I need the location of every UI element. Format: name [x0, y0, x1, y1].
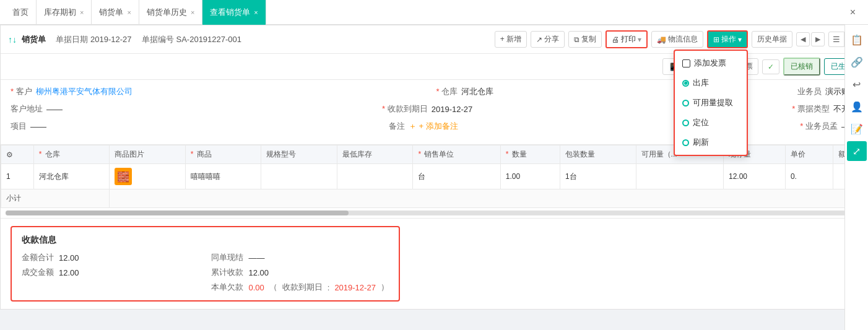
sidebar-icon-return[interactable]: ↩ [847, 74, 867, 94]
payment-due-value: 2019-12-27 [432, 105, 473, 114]
dropdown-outbound[interactable]: 出库 [675, 73, 747, 93]
tab-sales-history[interactable]: 销货单历史 × [139, 0, 202, 25]
sidebar-icon-expand[interactable]: ⤢ [847, 141, 867, 161]
sidebar-icon-clipboard[interactable]: 📋 [847, 30, 867, 50]
notes-label: 备注 [389, 121, 405, 132]
doc-date-label: 单据日期 [56, 34, 88, 45]
outbound-radio-icon [682, 80, 689, 87]
tab-check-sales-label: 查看销货单 [210, 7, 250, 18]
new-button[interactable]: + 新增 [495, 31, 527, 48]
tab-sales-order-label: 销货单 [99, 7, 123, 18]
col-sales-unit: * 销售单位 [413, 145, 500, 164]
refresh-label: 刷新 [693, 137, 709, 148]
address-label: 客户地址 [11, 103, 43, 115]
prev-arrow[interactable]: ◀ [796, 32, 810, 46]
tab-sales-history-label: 销货单历史 [147, 7, 187, 18]
ops-dropdown-wrapper: ⊞ 操作 ▾ 添加发票 [707, 30, 748, 48]
list-view-btn[interactable]: ☰ [828, 32, 844, 47]
sidebar-icon-note[interactable]: 📝 [847, 119, 867, 139]
col-pack-qty: 包装数量 [560, 145, 636, 164]
col-sales-unit-label: 销售单位 [424, 150, 454, 158]
doc-actions: + 新增 ↗ 分享 ⧉ 复制 🖨 打印 ▾ 🚚 [495, 30, 860, 48]
col-min-stock: 最低库存 [337, 145, 413, 164]
row-available [636, 164, 723, 189]
doc-num-value: SA-20191227-001 [176, 35, 242, 44]
clipboard-icon: 📋 [851, 34, 863, 46]
row-product-img: 🧱 [110, 164, 186, 189]
customer-field: 客户 柳州粤港平安气体有限公司 [11, 86, 132, 97]
tab-bar: 首页 库存期初 × 销货单 × 销货单历史 × 查看销货单 × × [0, 0, 868, 25]
tab-home[interactable]: 首页 [5, 0, 37, 25]
warehouse-value: 河北仓库 [461, 86, 493, 97]
tab-inventory-init[interactable]: 库存期初 × [37, 0, 92, 25]
payment-info-grid: 金额合计 12.00 同单现结 —— 成交金额 12.00 累计收款 [22, 252, 389, 293]
payment-info-box: 收款信息 金额合计 12.00 同单现结 —— 成交金额 12.00 [11, 226, 400, 302]
add-notes-label: + 添加备注 [419, 121, 458, 131]
doc-num-field: 单据编号 SA-20191227-001 [142, 34, 242, 45]
tab-sales-order[interactable]: 销货单 × [92, 0, 139, 25]
tab-sales-history-close[interactable]: × [191, 9, 194, 16]
warehouse-label: 仓库 [436, 86, 458, 97]
due-date-value[interactable]: 2019-12-27 [334, 283, 376, 292]
col-unit-price: 单价 [785, 145, 833, 164]
horizontal-scrollbar[interactable] [6, 211, 862, 215]
subtotal-label: 小计 [1, 189, 110, 208]
logistics-button[interactable]: 🚚 物流信息 [651, 31, 703, 48]
doc-header: ↑↓ 销货单 单据日期 2019-12-27 单据编号 SA-20191227-… [1, 25, 867, 54]
next-arrow[interactable]: ▶ [811, 32, 825, 46]
tab-home-label: 首页 [12, 7, 28, 18]
print-button[interactable]: 🖨 打印 ▾ [605, 30, 648, 48]
payment-info-section: 收款信息 金额合计 12.00 同单现结 —— 成交金额 12.00 [1, 218, 867, 309]
sidebar-icon-link[interactable]: 🔗 [847, 52, 867, 72]
accumulated-value: 12.00 [248, 268, 269, 277]
copy-button[interactable]: ⧉ 复制 [568, 31, 602, 48]
doc-type-label: 销货单 [22, 34, 46, 45]
due-info: 本单欠款 0.00 （ 收款到期日 : 2019-12-27 ） [211, 282, 388, 293]
tab-check-sales[interactable]: 查看销货单 × [202, 0, 266, 25]
col-warehouse: * 仓库 [33, 145, 110, 164]
row-sales-unit: 台 [413, 164, 500, 189]
print-dropdown-arrow[interactable]: ▾ [638, 35, 641, 44]
product-image: 🧱 [115, 168, 132, 185]
transaction-amount-label: 成交金额 [22, 267, 54, 278]
qty-pickup-radio-icon [682, 100, 689, 106]
window-close-button[interactable]: × [843, 7, 863, 18]
due-info-bracket: （ [269, 282, 277, 293]
note-icon: 📝 [851, 123, 863, 135]
warehouse-field: 仓库 河北仓库 [436, 86, 494, 97]
add-notes-btn[interactable]: ＋ + 添加备注 [409, 121, 458, 132]
share-label: 分享 [544, 34, 559, 45]
current-due-row: 本单欠款 0.00 （ 收款到期日 : 2019-12-27 ） [211, 282, 388, 293]
row-product[interactable]: 嘻嘻嘻嘻 [185, 164, 261, 189]
transaction-amount-row: 成交金额 12.00 [22, 267, 199, 278]
history-button[interactable]: 历史单据 [752, 31, 792, 48]
dropdown-refresh[interactable]: 刷新 [675, 132, 747, 152]
settings-icon[interactable]: ⚙ [6, 150, 13, 159]
tab-sales-close[interactable]: × [127, 9, 131, 16]
row-no: 1 [1, 164, 34, 189]
ops-dropdown-arrow[interactable]: ▾ [738, 35, 742, 44]
row-qty: 1.00 [500, 164, 560, 189]
ops-button[interactable]: ⊞ 操作 ▾ [707, 30, 748, 48]
locate-radio-icon [682, 119, 689, 126]
current-due-label: 本单欠款 [211, 282, 243, 293]
locate-label: 定位 [693, 117, 709, 128]
dropdown-add-invoice[interactable]: 添加发票 [675, 53, 747, 73]
dropdown-qty-pickup[interactable]: 可用量提取 [675, 93, 747, 113]
dropdown-locate[interactable]: 定位 [675, 113, 747, 132]
customer-value[interactable]: 柳州粤港平安气体有限公司 [36, 86, 132, 97]
tab-inventory-close[interactable]: × [80, 9, 84, 16]
sidebar-icon-user[interactable]: 👤 [847, 97, 867, 116]
row-min-stock [337, 164, 413, 189]
total-amount-value: 12.00 [59, 253, 79, 263]
confirmed-btn[interactable]: 已核销 [783, 58, 820, 76]
share-button[interactable]: ↗ 分享 [531, 31, 565, 48]
tab-check-sales-close[interactable]: × [254, 9, 258, 16]
scroll-thumb[interactable] [6, 211, 349, 215]
col-settings: ⚙ [1, 145, 34, 164]
confirm-icon-btn[interactable]: ✓ [762, 59, 779, 74]
table-body: 1 河北仓库 🧱 嘻嘻嘻嘻 台 1.00 [1, 164, 867, 208]
table-row: 1 河北仓库 🧱 嘻嘻嘻嘻 台 1.00 [1, 164, 867, 189]
doc-date-value: 2019-12-27 [90, 35, 132, 44]
ops-label: 操作 [721, 34, 736, 45]
